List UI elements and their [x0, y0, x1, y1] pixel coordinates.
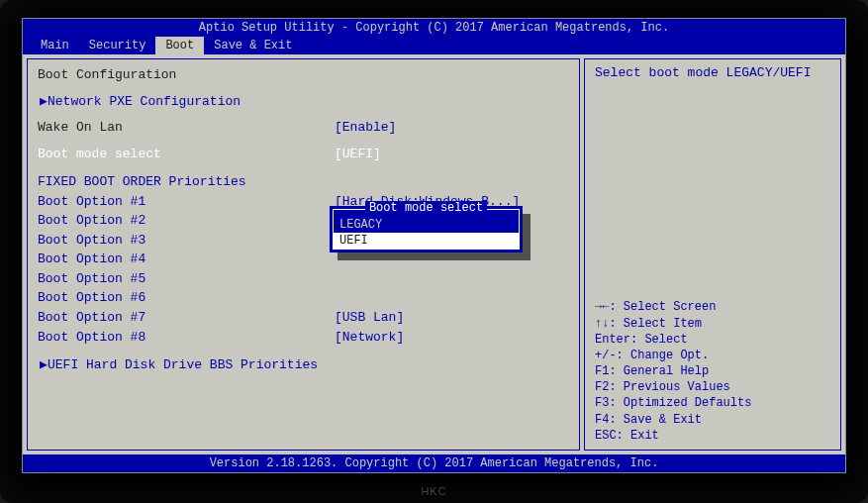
submenu-arrow-icon: ▶ [40, 356, 48, 374]
boot-option-7-label[interactable]: Boot Option #7 [38, 309, 335, 327]
popup-option-legacy[interactable]: LEGACY [334, 217, 519, 233]
boot-option-3-label[interactable]: Boot Option #3 [38, 232, 335, 250]
network-pxe-link[interactable]: Network PXE Configuration [38, 93, 335, 111]
help-key-line: +/-: Change Opt. [595, 348, 830, 363]
help-description: Select boot mode LEGACY/UEFI [595, 65, 830, 80]
help-key-line: Enter: Select [595, 332, 830, 348]
bios-screen: Aptio Setup Utility - Copyright (C) 2017… [22, 18, 846, 473]
menu-security[interactable]: Security [79, 37, 156, 54]
help-key-line: F2: Previous Values [595, 379, 830, 395]
wake-on-lan-label: Wake On Lan [38, 119, 335, 137]
boot-mode-value[interactable]: [UEFI] [335, 146, 381, 163]
wake-on-lan-value[interactable]: [Enable] [335, 119, 396, 137]
title-bar: Aptio Setup Utility - Copyright (C) 2017… [23, 19, 845, 37]
boot-option-1-label[interactable]: Boot Option #1 [38, 193, 335, 211]
help-key-line: F1: General Help [595, 363, 830, 379]
menu-bar: Main Security Boot Save & Exit [23, 37, 845, 54]
boot-option-8-value[interactable]: [Network] [335, 329, 404, 347]
help-key-line: F3: Optimized Defaults [595, 395, 830, 411]
popup-option-uefi[interactable]: UEFI [334, 233, 519, 249]
menu-boot[interactable]: Boot [155, 37, 204, 54]
menu-save-exit[interactable]: Save & Exit [204, 37, 302, 54]
priorities-heading: FIXED BOOT ORDER Priorities [38, 173, 246, 191]
boot-option-4-label[interactable]: Boot Option #4 [38, 251, 335, 268]
main-panel: Boot Configuration ▶ Network PXE Configu… [27, 58, 580, 451]
boot-option-2-label[interactable]: Boot Option #2 [38, 212, 335, 230]
menu-main[interactable]: Main [31, 37, 79, 54]
boot-option-6-label[interactable]: Boot Option #6 [38, 289, 335, 307]
bbs-priorities-link[interactable]: UEFI Hard Disk Drive BBS Priorities [38, 356, 335, 374]
boot-option-7-value[interactable]: [USB Lan] [335, 309, 404, 327]
section-heading: Boot Configuration [38, 66, 335, 84]
boot-option-5-label[interactable]: Boot Option #5 [38, 270, 335, 288]
popup-title: Boot mode select [334, 201, 519, 215]
monitor-brand: HKC [421, 485, 446, 497]
footer-bar: Version 2.18.1263. Copyright (C) 2017 Am… [23, 454, 845, 472]
help-panel: Select boot mode LEGACY/UEFI →←: Select … [584, 58, 841, 451]
submenu-arrow-icon: ▶ [40, 93, 48, 111]
boot-mode-label: Boot mode select [38, 146, 335, 163]
help-key-line: F4: Save & Exit [595, 412, 830, 428]
help-key-line: ↑↓: Select Item [595, 316, 830, 332]
help-key-line: →←: Select Screen [595, 299, 830, 315]
boot-mode-popup: Boot mode select LEGACY UEFI [330, 206, 523, 252]
boot-option-8-label[interactable]: Boot Option #8 [38, 329, 335, 347]
help-key-line: ESC: Exit [595, 428, 830, 444]
